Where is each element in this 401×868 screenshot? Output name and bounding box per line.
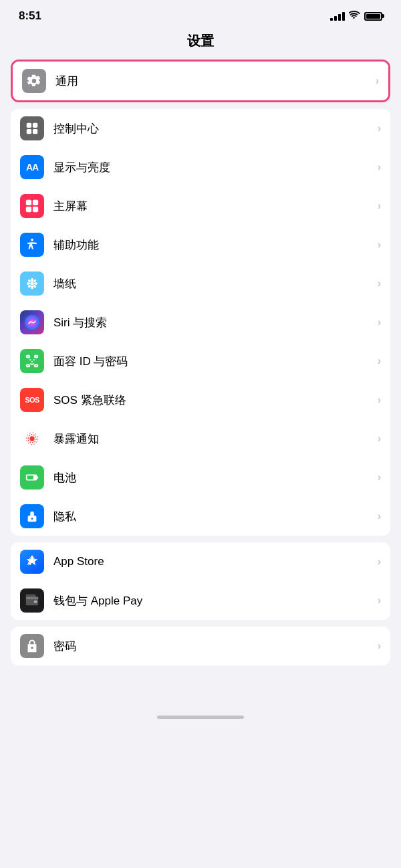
passwords-label: 密码	[53, 639, 378, 654]
settings-row-faceid[interactable]: 面容 ID 与密码›	[11, 342, 390, 381]
passwords-icon	[20, 634, 44, 658]
exposure-icon	[20, 427, 44, 451]
svg-rect-3	[33, 129, 37, 134]
svg-point-17	[33, 284, 37, 288]
sos-icon: SOS	[20, 388, 44, 412]
chevron-icon: ›	[378, 239, 381, 251]
svg-point-13	[34, 282, 38, 285]
svg-point-16	[27, 284, 31, 288]
svg-point-15	[33, 279, 37, 283]
settings-group-system-group: 控制中心›AA显示与亮度› 主屏幕› 辅助功能› 墙纸›	[11, 109, 390, 536]
settings-row-battery[interactable]: 电池›	[11, 458, 390, 497]
chevron-icon: ›	[378, 394, 381, 406]
home-indicator	[157, 716, 244, 719]
battery-icon	[20, 465, 44, 490]
chevron-icon: ›	[378, 471, 381, 483]
chevron-icon: ›	[378, 640, 381, 652]
chevron-icon: ›	[378, 161, 381, 173]
svg-point-33	[31, 518, 33, 520]
chevron-icon: ›	[378, 556, 381, 568]
settings-group-passwords-group: 密码›	[11, 627, 390, 665]
display-label: 显示与亮度	[53, 160, 378, 175]
status-bar: 8:51	[0, 0, 401, 28]
chevron-icon: ›	[378, 510, 381, 522]
svg-point-10	[31, 278, 33, 282]
chevron-icon: ›	[378, 433, 381, 445]
svg-rect-1	[33, 123, 37, 128]
svg-point-26	[29, 436, 34, 441]
settings-row-sos[interactable]: SOSSOS 紧急联络›	[11, 381, 390, 419]
settings-row-general[interactable]: 通用›	[13, 62, 388, 100]
chevron-icon: ›	[378, 278, 381, 290]
bottom-area	[0, 672, 401, 726]
status-time: 8:51	[19, 9, 41, 23]
privacy-icon	[20, 504, 44, 528]
svg-rect-36	[26, 597, 38, 600]
general-label: 通用	[55, 74, 376, 89]
settings-row-accessibility[interactable]: 辅助功能›	[11, 225, 390, 264]
settings-row-wallet[interactable]: 钱包与 Apple Pay›	[11, 581, 390, 620]
svg-rect-0	[27, 123, 31, 128]
svg-rect-19	[27, 356, 30, 358]
general-icon	[22, 69, 46, 93]
svg-rect-38	[26, 594, 36, 597]
svg-rect-4	[26, 200, 31, 205]
svg-rect-6	[26, 207, 31, 212]
svg-point-14	[27, 279, 31, 283]
homescreen-icon	[20, 194, 44, 218]
svg-rect-2	[27, 129, 31, 134]
svg-point-12	[27, 282, 31, 285]
wallpaper-label: 墙纸	[53, 276, 378, 292]
battery-label: 电池	[53, 470, 378, 485]
svg-text:A: A	[27, 560, 31, 566]
battery-status-icon	[364, 12, 382, 21]
accessibility-label: 辅助功能	[53, 237, 378, 253]
settings-row-wallpaper[interactable]: 墙纸›	[11, 264, 390, 303]
privacy-label: 隐私	[53, 509, 378, 524]
settings-row-display[interactable]: AA显示与亮度›	[11, 148, 390, 187]
control-center-icon	[20, 116, 44, 140]
siri-icon	[20, 310, 44, 334]
svg-rect-37	[34, 601, 37, 603]
svg-rect-7	[33, 207, 38, 212]
svg-rect-5	[33, 200, 38, 205]
siri-label: Siri 与搜索	[53, 315, 378, 330]
chevron-icon: ›	[378, 316, 381, 328]
accessibility-icon	[20, 233, 44, 257]
svg-point-9	[30, 282, 34, 286]
settings-container: 通用› 控制中心›AA显示与亮度› 主屏幕› 辅助功能› 墙纸›	[0, 60, 401, 665]
chevron-icon: ›	[376, 75, 379, 87]
settings-row-appstore[interactable]: A App Store›	[11, 542, 390, 581]
settings-row-control-center[interactable]: 控制中心›	[11, 109, 390, 148]
settings-row-exposure[interactable]: 暴露通知›	[11, 419, 390, 458]
appstore-icon: A	[20, 550, 44, 574]
svg-rect-30	[37, 476, 38, 479]
signal-icon	[330, 12, 345, 21]
chevron-icon: ›	[378, 200, 381, 212]
exposure-label: 暴露通知	[53, 431, 378, 447]
svg-point-11	[31, 286, 33, 290]
wallpaper-icon	[20, 272, 44, 296]
chevron-icon: ›	[378, 594, 381, 607]
page-title: 设置	[0, 28, 401, 60]
wallet-icon	[20, 588, 44, 613]
chevron-icon: ›	[378, 355, 381, 367]
wifi-icon	[349, 11, 360, 21]
sos-label: SOS 紧急联络	[53, 393, 378, 408]
settings-row-passwords[interactable]: 密码›	[11, 627, 390, 665]
svg-point-8	[31, 239, 33, 241]
svg-rect-21	[27, 365, 30, 367]
faceid-label: 面容 ID 与密码	[53, 354, 378, 369]
settings-row-homescreen[interactable]: 主屏幕›	[11, 187, 390, 225]
display-icon: AA	[20, 155, 44, 179]
svg-rect-20	[35, 356, 38, 358]
chevron-icon: ›	[378, 122, 381, 134]
status-icons	[330, 11, 382, 21]
settings-group-general-group: 通用›	[11, 60, 390, 102]
control-center-label: 控制中心	[53, 121, 378, 136]
settings-row-privacy[interactable]: 隐私›	[11, 497, 390, 536]
settings-row-siri[interactable]: Siri 与搜索›	[11, 303, 390, 342]
svg-rect-22	[35, 365, 38, 367]
appstore-label: App Store	[53, 555, 378, 568]
homescreen-label: 主屏幕	[53, 199, 378, 214]
